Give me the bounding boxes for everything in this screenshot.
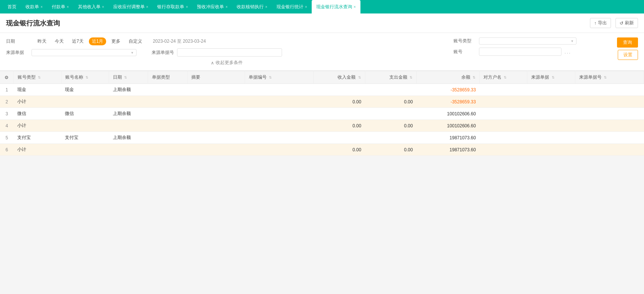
date-opt-yesterday[interactable]: 昨天 [35,37,50,45]
cell-rownum: 1 [0,84,14,96]
cell-summary [188,132,245,144]
nav-tab-5[interactable]: 预收冲应收单 × [192,0,232,13]
account-label: 账号 [453,49,476,55]
date-range: 2023-02-24 至 2023-03-24 [153,38,206,45]
close-tab-3[interactable]: × [146,5,149,9]
cell-date [109,144,148,156]
close-tab-4[interactable]: × [186,5,188,9]
account-dots[interactable]: ... [564,49,571,55]
table-row: 4 小计 0.00 0.00 100102606.60 [0,120,644,132]
cell-date: 上期余额 [109,132,148,144]
close-tab-8[interactable]: × [354,5,356,9]
table-body: 1 现金 现金 上期余额 -3528659.33 2 小计 0.00 0.00 … [0,84,644,156]
col-counterparty: 对方户名 ⇅ [480,71,527,84]
cell-doc-type [148,96,187,108]
cell-source-doc [527,96,575,108]
col-account-type: 账号类型 ⇅ [14,71,61,84]
close-tab-7[interactable]: × [305,5,307,9]
source-doc-num-input[interactable] [177,48,282,57]
cell-balance: 100102606.60 [417,108,480,120]
sort-icon-date[interactable]: ⇅ [124,76,127,79]
col-expense: 支出金额 ⇅ [365,71,416,84]
account-type-select[interactable]: ▾ [479,37,576,45]
sort-icon-income[interactable]: ⇅ [358,76,361,79]
col-gear[interactable]: ⚙ [0,71,14,84]
cell-source-doc [527,132,575,144]
cell-balance: -3528659.33 [417,96,480,108]
cell-source-doc [527,108,575,120]
cell-summary [188,84,245,96]
query-button[interactable]: 查询 [617,37,638,48]
data-table-wrap: ⚙ 账号类型 ⇅ 账号名称 ⇅ 日期 ⇅ 单据类型 摘要 [0,71,644,156]
cell-income [314,84,365,96]
sort-icon-source-doc-num[interactable]: ⇅ [604,76,607,79]
chevron-down-icon: ▾ [131,51,133,55]
nav-tab-3[interactable]: 应收应付调整单 × [109,0,153,13]
cell-source-doc-num [575,84,644,96]
cell-doc-number [245,132,314,144]
source-doc-select[interactable]: ▾ [32,49,137,56]
cell-counterparty [480,96,527,108]
cell-expense [365,108,416,120]
cell-summary [188,120,245,132]
filter-row-date: 日期 昨天 今天 近7天 近1月 更多 自定义 2023-02-24 至 202… [6,37,447,45]
cell-rownum: 3 [0,108,14,120]
close-tab-0[interactable]: × [41,5,43,9]
sort-icon-account-type[interactable]: ⇅ [38,76,41,79]
nav-home[interactable]: 首页 [3,0,21,13]
table-row: 6 小计 0.00 0.00 19871073.60 [0,144,644,156]
nav-tab-2[interactable]: 其他收入单 × [74,0,109,13]
sort-icon-expense[interactable]: ⇅ [410,76,413,79]
close-tab-2[interactable]: × [102,5,104,9]
cell-doc-type [148,120,187,132]
cell-date [109,96,148,108]
nav-tab-4[interactable]: 银行存取款单 × [153,0,192,13]
collapse-bar[interactable]: ∧ 收起更多条件 [6,58,447,66]
cell-rownum: 4 [0,120,14,132]
page-header: 现金银行流水查询 ↑ 导出 ↺ 刷新 [0,13,644,33]
cell-doc-type [148,144,187,156]
gear-icon[interactable]: ⚙ [5,75,9,80]
cell-account-name: 现金 [61,84,109,96]
export-button[interactable]: ↑ 导出 [590,18,611,28]
data-table: ⚙ 账号类型 ⇅ 账号名称 ⇅ 日期 ⇅ 单据类型 摘要 [0,71,644,156]
close-tab-1[interactable]: × [67,5,69,9]
date-opt-1month[interactable]: 近1月 [89,37,107,45]
sort-icon-counterparty[interactable]: ⇅ [504,76,507,79]
cell-doc-number [245,96,314,108]
nav-tab-0[interactable]: 收款单 × [21,0,47,13]
sort-icon-doc-number[interactable]: ⇅ [269,76,272,79]
close-tab-6[interactable]: × [265,5,267,9]
refresh-button[interactable]: ↺ 刷新 [615,18,638,28]
nav-tab-1[interactable]: 付款单 × [47,0,74,13]
nav-tab-8[interactable]: 现金银行流水查询 × [312,0,360,13]
cell-expense: 0.00 [365,120,416,132]
settings-button[interactable]: 设置 [618,50,638,60]
cell-account-name [61,120,109,132]
chevron-down-icon-2: ▾ [571,39,573,43]
account-type-group: 账号类型 ▾ [453,37,611,45]
account-input[interactable] [479,48,561,56]
col-source-doc: 来源单据 ⇅ [527,71,575,84]
date-label: 日期 [6,38,29,45]
source-doc-label: 来源单据 [6,49,29,56]
nav-tab-6[interactable]: 收款核销执行 × [232,0,272,13]
sort-icon-source-doc[interactable]: ⇅ [552,76,555,79]
col-source-doc-num: 来源单据号 ⇅ [575,71,644,84]
date-opt-today[interactable]: 今天 [52,37,67,45]
cell-source-doc-num [575,120,644,132]
cell-account-type: 现金 [14,84,61,96]
col-doc-number: 单据编号 ⇅ [245,71,314,84]
date-opt-7days[interactable]: 近7天 [69,37,87,45]
sort-icon-account-name[interactable]: ⇅ [86,76,89,79]
cell-doc-type [148,132,187,144]
cell-account-name: 支付宝 [61,132,109,144]
date-opt-custom[interactable]: 自定义 [126,37,145,45]
nav-tab-7[interactable]: 现金银行统计 × [272,0,312,13]
date-opt-more[interactable]: 更多 [108,37,123,45]
close-tab-5[interactable]: × [225,5,228,9]
cell-source-doc [527,120,575,132]
cell-doc-number [245,84,314,96]
cell-account-type: 支付宝 [14,132,61,144]
sort-icon-balance[interactable]: ⇅ [473,76,476,79]
